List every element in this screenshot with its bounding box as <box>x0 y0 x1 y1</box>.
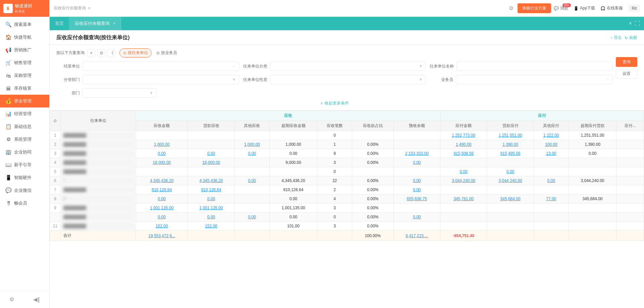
header-gear-icon[interactable]: ⚙ <box>507 4 515 13</box>
export-label: 导出 <box>614 35 622 41</box>
finance-icon: 💰 <box>5 98 11 104</box>
filter-group-unit-icon: ⊙ <box>123 51 126 55</box>
filter-division: 分管部门 ▼ <box>56 75 239 84</box>
refresh-icon: ↻ <box>625 36 628 40</box>
sidebar-item-guide[interactable]: 📖新手引导 <box>0 159 49 171</box>
app-download-action[interactable]: 📱 App下载 <box>574 5 595 11</box>
footer-ap-more <box>616 231 644 241</box>
tab-close-window-icon[interactable]: × <box>629 20 632 27</box>
filter-division-label: 分管部门 <box>56 77 80 83</box>
sidebar-item-smart-hardware[interactable]: 📱智能硬件 <box>0 171 49 184</box>
filter-department-input[interactable]: ▼ <box>83 88 156 98</box>
tab-home[interactable]: 首页 <box>50 17 69 30</box>
footer-ar-amount[interactable]: 19,553,472,6... <box>136 231 188 241</box>
th-ar-count: 应收笔数 <box>317 121 352 131</box>
th-prepaid: 预收余额 <box>393 121 440 131</box>
page-header: 应收应付余额查询(按往来单位) ↑ 导出 ↻ 刷新 <box>50 30 644 45</box>
user-avatar[interactable]: Rit <box>628 5 640 12</box>
message-badge: 99+ <box>562 3 571 7</box>
th-loan-ar: 贷款应收 <box>188 121 234 131</box>
footer-overdue-ar <box>269 231 317 241</box>
sidebar-item-purchase[interactable]: 🛍采购管理 <box>0 69 49 82</box>
sidebar-item-enterprise[interactable]: 🏢企业协同 <box>0 146 49 159</box>
filter-collapse-btn[interactable]: ∧ 收起更多条件 <box>56 99 612 107</box>
collapse-sidebar-icon[interactable]: ◀‖ <box>31 294 42 305</box>
refresh-button[interactable]: ↻ 刷新 <box>625 35 637 41</box>
table-container: ⚙ 往来单位 应收 应付 应收金额 贷款应收 其他应收 超期应收金额 应收笔数 … <box>50 111 644 308</box>
filter-unit-name-label: 往来单位名称 <box>430 63 454 69</box>
filter-collapse-btn[interactable]: 《 <box>107 49 115 57</box>
th-ap-amount: 应付金额 <box>440 121 487 131</box>
breadcrumb-chevron: ▼ <box>87 6 91 11</box>
filter-group-staff-icon: ⊙ <box>156 51 160 55</box>
management-icon: 📊 <box>5 111 11 117</box>
sidebar-item-label: 资金管理 <box>14 98 32 104</box>
filter-unit-category-input[interactable]: ▼ <box>270 61 426 71</box>
filter-group-by-unit[interactable]: ⊙ 按往来单位 <box>119 48 152 57</box>
tab-ar-ap-query[interactable]: 应收应付余额查询 × <box>69 17 121 30</box>
main-header: 应收应付余额查询 ▼ ⚙ 体验行业方案 💬 消息 99+ 📱 App下载 🎧 在… <box>50 0 644 17</box>
query-button[interactable]: 查询 <box>616 57 637 67</box>
filter-top-row: 按以下方案查询 + ⊙ 《 ⊙ 按往来单位 ⊙ 按业务员 <box>56 48 612 57</box>
filter-unit-nature-input[interactable]: ▼ <box>270 75 426 84</box>
filter-label: 按以下方案查询 <box>56 50 85 56</box>
sidebar-logo: 6 畅捷通财 标准版 <box>0 0 49 17</box>
cell-partner: ████████ <box>61 149 136 158</box>
tab-close-icon[interactable]: × <box>113 21 115 26</box>
sidebar-item-inventory[interactable]: 🏛库存核算 <box>0 82 49 95</box>
purchase-icon: 🛍 <box>5 73 11 79</box>
sidebar-item-member[interactable]: 🎖畅会员 <box>0 197 49 210</box>
filter-group-by-staff[interactable]: ⊙ 按业务员 <box>153 48 180 57</box>
filter-salesman-input[interactable]: ··· <box>456 75 612 84</box>
message-action[interactable]: 💬 消息 99+ <box>554 5 568 11</box>
table-row: 7████████810,126.64810,126.64810,126.642… <box>50 185 644 194</box>
sidebar-item-label: 快捷导航 <box>14 34 32 40</box>
filter-target-btn[interactable]: ⊙ <box>97 49 105 57</box>
sidebar-item-label: 销售管理 <box>14 60 32 66</box>
table-partner-header: 往来单位 <box>61 111 136 131</box>
sidebar-item-management[interactable]: 📊经营管理 <box>0 107 49 120</box>
filter-add-btn[interactable]: + <box>87 49 95 57</box>
export-button[interactable]: ↑ 导出 <box>610 35 622 41</box>
th-loan-ap: 贷款应付 <box>487 121 534 131</box>
cell-partner: ████████ <box>61 213 136 222</box>
sidebar-item-sales[interactable]: 🛒销售管理 <box>0 56 49 69</box>
th-ar-ratio: 应收款占比 <box>352 121 393 131</box>
tab-fullscreen-icon[interactable]: ⛶ <box>635 20 640 27</box>
th-overdue-ar: 超期应收金额 <box>269 121 317 131</box>
sidebar-item-label: 搜索菜单 <box>14 21 32 28</box>
filter-department-label: 部门 <box>56 90 80 96</box>
sidebar-item-weixin[interactable]: 💬企业微信 <box>0 184 49 197</box>
sidebar-item-system[interactable]: ⚙系统管理 <box>0 133 49 146</box>
settings-bottom-icon[interactable]: ⚙ <box>7 294 16 305</box>
footer-prepaid[interactable]: 6,417,215.... <box>393 231 440 241</box>
tab-home-label: 首页 <box>55 20 64 27</box>
filter-unit-category: 往来单位分类 ▼ <box>243 61 426 71</box>
export-icon: ↑ <box>610 36 612 40</box>
filter-settlement-unit-input[interactable]: ··· <box>83 61 239 71</box>
app-logo-icon: 6 <box>3 4 13 13</box>
table-settings-col[interactable]: ⚙ <box>50 111 61 131</box>
sidebar-item-basic-info[interactable]: 📋基础信息 <box>0 120 49 133</box>
sidebar-item-quick-nav[interactable]: 🏠快捷导航 <box>0 31 49 44</box>
sidebar: 6 畅捷通财 标准版 🔍搜索菜单🏠快捷导航📢营销推广🛒销售管理🛍采购管理🏛库存核… <box>0 0 50 308</box>
th-ap-more: 应付... <box>616 121 644 131</box>
setting-button[interactable]: 设置 <box>616 69 637 79</box>
table-row: 9████████1,001,135.001,001,135.001,001,1… <box>50 204 644 213</box>
cell-partner: ████████ <box>61 158 136 167</box>
inventory-icon: 🏛 <box>5 85 11 91</box>
footer-loan-ar <box>188 231 234 241</box>
sidebar-item-finance[interactable]: 💰资金管理 <box>0 95 49 107</box>
sidebar-item-label: 智能硬件 <box>14 175 32 181</box>
footer-loan-ap <box>487 231 534 241</box>
filter-fields: 结算单位 ··· 往来单位分类 ▼ 往来单位名称 <box>56 60 612 99</box>
sidebar-item-marketing[interactable]: 📢营销推广 <box>0 44 49 56</box>
quick-nav-icon: 🏠 <box>5 34 11 40</box>
filter-settlement-unit-label: 结算单位 <box>56 63 80 69</box>
filter-division-input[interactable]: ▼ <box>83 75 239 84</box>
solution-button[interactable]: 体验行业方案 <box>518 3 551 13</box>
filter-unit-name-input[interactable] <box>457 61 612 71</box>
table-row: 1████████01,252,773.001,251,551.001,222.… <box>50 131 644 140</box>
online-service-action[interactable]: 🎧 在线客服 <box>600 5 623 11</box>
sidebar-item-search-menu[interactable]: 🔍搜索菜单 <box>0 18 49 31</box>
